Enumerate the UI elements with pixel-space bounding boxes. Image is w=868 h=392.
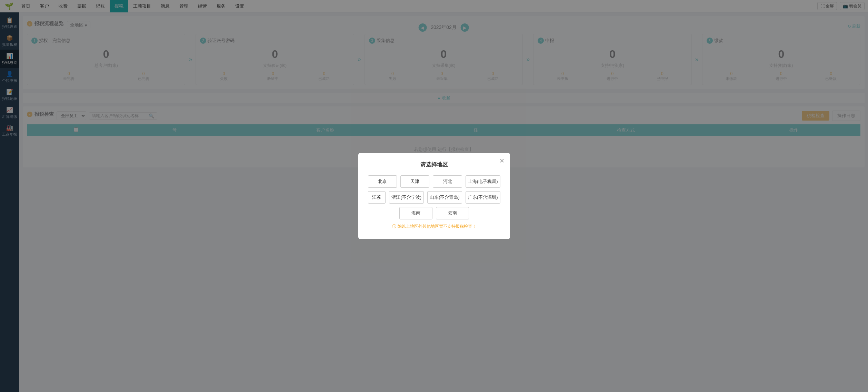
modal-overlay: ✕ 请选择地区 北京 天津 河北 上海(电子税局) 江苏 浙江(不含宁波) 山东… <box>0 0 868 392</box>
region-beijing[interactable]: 北京 <box>368 175 397 188</box>
region-shandong[interactable]: 山东(不含青岛) <box>427 191 462 204</box>
region-grid-row3: 海南 云南 <box>368 207 500 219</box>
region-yunnan[interactable]: 云南 <box>436 207 469 219</box>
region-hainan[interactable]: 海南 <box>399 207 432 219</box>
region-hebei[interactable]: 河北 <box>433 175 462 188</box>
warning-icon: ⓘ <box>392 224 396 229</box>
region-zhejiang[interactable]: 浙江(不含宁波) <box>389 191 424 204</box>
region-select-modal: ✕ 请选择地区 北京 天津 河北 上海(电子税局) 江苏 浙江(不含宁波) 山东… <box>358 153 510 239</box>
warning-text: 除以上地区外其他地区暂不支持报税检查！ <box>398 224 476 229</box>
region-grid-row2: 江苏 浙江(不含宁波) 山东(不含青岛) 广东(不含深圳) <box>368 191 500 204</box>
region-grid-row1: 北京 天津 河北 上海(电子税局) <box>368 175 500 188</box>
region-jiangsu[interactable]: 江苏 <box>368 191 386 204</box>
region-shanghai[interactable]: 上海(电子税局) <box>466 175 500 188</box>
modal-warning: ⓘ 除以上地区外其他地区暂不支持报税检查！ <box>368 224 500 229</box>
modal-close-button[interactable]: ✕ <box>499 157 505 165</box>
region-guangdong[interactable]: 广东(不含深圳) <box>466 191 500 204</box>
region-tianjin[interactable]: 天津 <box>400 175 429 188</box>
modal-title: 请选择地区 <box>368 161 500 168</box>
